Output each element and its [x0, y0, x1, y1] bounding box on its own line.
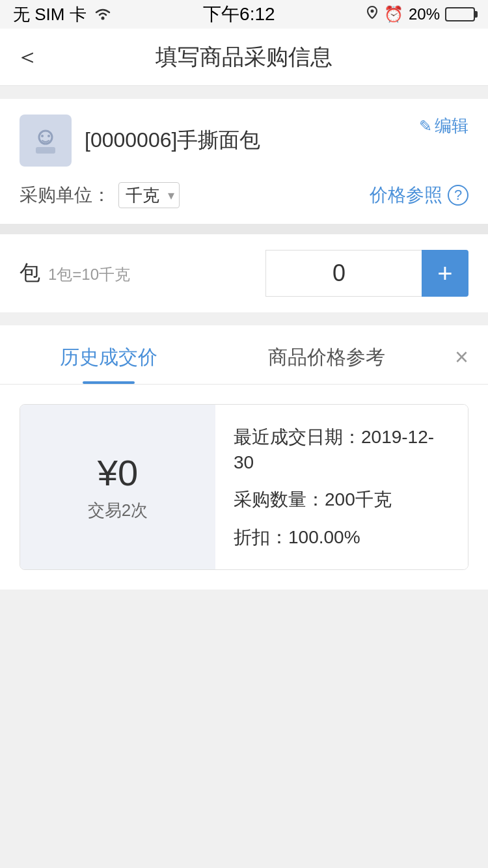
- status-time: 下午6:12: [203, 2, 275, 27]
- edit-label: 编辑: [435, 115, 468, 137]
- svg-point-1: [370, 10, 373, 13]
- currency-symbol: ¥: [98, 452, 118, 493]
- tab-close-button[interactable]: ×: [435, 325, 488, 384]
- tab-product-price-ref[interactable]: 商品价格参考: [217, 326, 435, 384]
- status-left: 无 SIM 卡: [13, 3, 113, 26]
- price-card-left: ¥0 交易2次: [20, 405, 215, 569]
- tab2-label: 商品价格参考: [268, 346, 385, 368]
- history-tab-content: ¥0 交易2次 最近成交日期：2019-12-30 采购数量：200千克 折扣：…: [0, 385, 488, 590]
- status-bar: 无 SIM 卡 下午6:12 ⏰ 20%: [0, 0, 488, 29]
- recent-date-label: 最近成交日期：: [234, 427, 361, 447]
- product-unit-row: 采购单位： 千克 包 克 ▾ 价格参照 ?: [20, 182, 468, 208]
- location-icon: [366, 5, 379, 23]
- qty-detail-value: 200千克: [325, 489, 392, 509]
- header: ＜ 填写商品采购信息: [0, 29, 488, 86]
- page-title: 填写商品采购信息: [156, 42, 332, 72]
- price-card: ¥0 交易2次 最近成交日期：2019-12-30 采购数量：200千克 折扣：…: [20, 404, 468, 570]
- battery-icon: [445, 7, 475, 21]
- product-section: [0000006]手撕面包 ✎ 编辑 采购单位： 千克 包 克 ▾ 价格参照 ?: [0, 99, 488, 224]
- edit-button[interactable]: ✎ 编辑: [419, 115, 468, 137]
- main-background: [0, 590, 488, 868]
- trade-count: 交易2次: [88, 499, 148, 522]
- svg-point-4: [47, 135, 50, 137]
- qty-detail-label: 采购数量：: [234, 489, 325, 509]
- tab1-label: 历史成交价: [60, 346, 157, 368]
- qty-conversion: 1包=10千克: [48, 264, 130, 285]
- help-icon: ?: [448, 185, 468, 206]
- recent-date-row: 最近成交日期：2019-12-30: [234, 424, 450, 475]
- discount-value: 100.00%: [288, 527, 360, 547]
- alarm-icon: ⏰: [384, 5, 403, 23]
- price-card-right: 最近成交日期：2019-12-30 采购数量：200千克 折扣：100.00%: [215, 405, 468, 569]
- tab-history-price[interactable]: 历史成交价: [0, 326, 217, 384]
- qty-label-wrap: 包 1包=10千克: [20, 259, 130, 288]
- quantity-input[interactable]: [265, 250, 422, 297]
- discount-row: 折扣：100.00%: [234, 524, 450, 550]
- svg-rect-5: [36, 147, 55, 154]
- product-info: [0000006]手撕面包: [20, 115, 260, 167]
- wifi-icon: [93, 5, 113, 25]
- unit-label: 采购单位：: [20, 183, 111, 208]
- battery-pct: 20%: [409, 5, 440, 23]
- product-top-row: [0000006]手撕面包 ✎ 编辑: [20, 115, 468, 167]
- product-name: [0000006]手撕面包: [85, 126, 260, 155]
- unit-left: 采购单位： 千克 包 克 ▾: [20, 182, 180, 208]
- tab-underline: [83, 381, 135, 384]
- price-value: 0: [118, 452, 138, 493]
- tabs-header: 历史成交价 商品价格参考 ×: [0, 325, 488, 385]
- qty-plus-button[interactable]: +: [422, 250, 468, 297]
- product-logo: [20, 115, 72, 167]
- quantity-section: 包 1包=10千克 +: [0, 234, 488, 312]
- qty-row: 采购数量：200千克: [234, 487, 450, 512]
- unit-select-wrapper[interactable]: 千克 包 克 ▾: [118, 182, 180, 208]
- unit-select[interactable]: 千克 包 克: [118, 182, 180, 208]
- back-button[interactable]: ＜: [16, 41, 39, 73]
- price-reference-button[interactable]: 价格参照 ?: [370, 183, 468, 208]
- price-ref-label: 价格参照: [370, 183, 442, 208]
- discount-label: 折扣：: [234, 527, 288, 547]
- edit-icon: ✎: [419, 117, 432, 135]
- tabs-section: 历史成交价 商品价格参考 × ¥0 交易2次 最近成交日期：2019-12-30…: [0, 325, 488, 590]
- status-right: ⏰ 20%: [366, 5, 475, 23]
- section-divider: [0, 224, 488, 234]
- qty-unit: 包: [20, 259, 40, 288]
- no-sim-text: 无 SIM 卡: [13, 3, 87, 26]
- svg-point-0: [101, 16, 104, 20]
- price-display: ¥0: [98, 452, 138, 494]
- svg-point-3: [41, 135, 44, 137]
- qty-input-wrap: +: [265, 250, 468, 297]
